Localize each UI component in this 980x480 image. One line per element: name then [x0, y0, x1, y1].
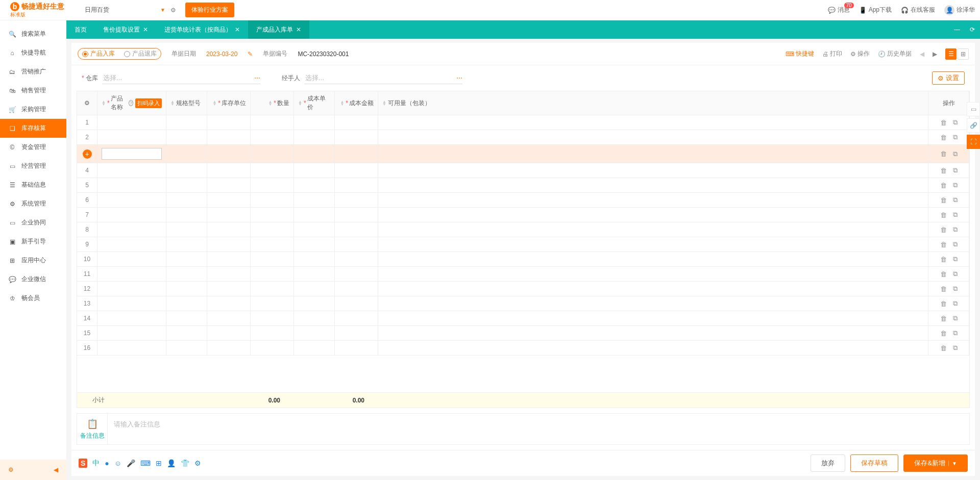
copy-icon[interactable]: ⧉	[953, 329, 958, 337]
history-button[interactable]: 🕘 历史单据	[878, 49, 912, 58]
cell-avail[interactable]	[378, 267, 928, 281]
cell-price[interactable]	[294, 208, 335, 222]
cell-avail[interactable]	[378, 115, 928, 130]
table-row[interactable]: 1🗑⧉	[77, 115, 969, 130]
copy-icon[interactable]: ⧉	[953, 255, 958, 263]
cell-amount[interactable]	[335, 130, 378, 144]
warehouse-more-button[interactable]: ⋯	[254, 74, 261, 82]
copy-icon[interactable]: ⧉	[953, 211, 958, 219]
sidebar-item[interactable]: ❏库存核算	[0, 119, 66, 138]
cell-price[interactable]	[294, 115, 335, 130]
table-row[interactable]: 12🗑⧉	[77, 282, 969, 296]
messages-button[interactable]: 💬 消息 70	[828, 6, 850, 14]
close-icon[interactable]: ✕	[235, 26, 240, 33]
cell-amount[interactable]	[335, 296, 378, 311]
tab[interactable]: 首页	[66, 20, 95, 39]
remarks-input[interactable]	[108, 414, 969, 444]
trash-icon[interactable]: 🗑	[940, 150, 947, 158]
copy-icon[interactable]: ⧉	[953, 196, 958, 204]
cell-qty[interactable]	[251, 296, 294, 311]
cell-spec[interactable]	[166, 208, 207, 222]
tryout-button[interactable]: 体验行业方案	[185, 3, 234, 17]
copy-icon[interactable]: ⧉	[953, 225, 958, 234]
radio-product-in[interactable]: 产品入库	[79, 49, 118, 59]
table-row[interactable]: 4🗑⧉	[77, 163, 969, 178]
cell-avail[interactable]	[378, 341, 928, 355]
shortcut-button[interactable]: ⌨ 快捷键	[786, 49, 814, 58]
cell-qty[interactable]	[251, 311, 294, 325]
copy-icon[interactable]: ⧉	[953, 299, 958, 308]
cell-unit[interactable]	[207, 311, 251, 325]
cell-price[interactable]	[294, 145, 335, 163]
cell-spec[interactable]	[166, 326, 207, 340]
copy-icon[interactable]: ⧉	[953, 150, 958, 158]
cell-price[interactable]	[294, 237, 335, 251]
cell-spec[interactable]	[166, 267, 207, 281]
sidebar-item[interactable]: ©资金管理	[0, 138, 66, 157]
cell-avail[interactable]	[378, 130, 928, 144]
cell-amount[interactable]	[335, 282, 378, 296]
trash-icon[interactable]: 🗑	[940, 330, 947, 337]
cell-price[interactable]	[294, 193, 335, 207]
warehouse-input[interactable]	[102, 72, 260, 84]
trash-icon[interactable]: 🗑	[940, 211, 947, 219]
sidebar-item[interactable]: ⌂快捷导航	[0, 43, 66, 62]
trash-icon[interactable]: 🗑	[940, 344, 947, 352]
cell-avail[interactable]	[378, 193, 928, 207]
cell-unit[interactable]	[207, 252, 251, 266]
trash-icon[interactable]: 🗑	[940, 300, 947, 308]
cell-spec[interactable]	[166, 163, 207, 178]
cell-spec[interactable]	[166, 237, 207, 251]
cell-spec[interactable]	[166, 115, 207, 130]
copy-icon[interactable]: ⧉	[953, 118, 958, 127]
cell-qty[interactable]	[251, 163, 294, 178]
table-row[interactable]: +🗑⧉	[77, 145, 969, 163]
row-add[interactable]: +	[77, 145, 97, 163]
cell-name[interactable]	[97, 222, 166, 237]
cell-unit[interactable]	[207, 193, 251, 207]
cell-unit[interactable]	[207, 341, 251, 355]
cell-avail[interactable]	[378, 178, 928, 192]
table-row[interactable]: 13🗑⧉	[77, 296, 969, 311]
cell-unit[interactable]	[207, 326, 251, 340]
header-unit[interactable]: ▲▼ * 库存单位	[207, 91, 251, 115]
cell-avail[interactable]	[378, 311, 928, 325]
operate-button[interactable]: ⚙ 操作	[850, 49, 870, 58]
cell-unit[interactable]	[207, 267, 251, 281]
sidebar-item[interactable]: 🛒采购管理	[0, 100, 66, 119]
cell-price[interactable]	[294, 341, 335, 355]
tab-refresh-button[interactable]: ⟳	[965, 26, 980, 33]
next-record-button[interactable]: ▶	[933, 50, 937, 58]
cell-amount[interactable]	[335, 193, 378, 207]
cell-price[interactable]	[294, 296, 335, 311]
cell-amount[interactable]	[335, 145, 378, 163]
view-grid-button[interactable]: ⊞	[958, 48, 969, 60]
sidebar-item[interactable]: 🛍销售管理	[0, 81, 66, 100]
cell-qty[interactable]	[251, 326, 294, 340]
prev-record-button[interactable]: ◀	[920, 50, 924, 58]
cell-qty[interactable]	[251, 145, 294, 163]
rail-link-icon[interactable]: 🔗	[967, 118, 980, 133]
cell-qty[interactable]	[251, 130, 294, 144]
help-icon[interactable]: ?	[129, 100, 133, 106]
cell-amount[interactable]	[335, 178, 378, 192]
cell-name[interactable]	[97, 267, 166, 281]
category-select[interactable]: 日用百货 ▼	[85, 6, 165, 14]
table-row[interactable]: 11🗑⧉	[77, 267, 969, 282]
sidebar-item[interactable]: 🔍搜索菜单	[0, 24, 66, 43]
user-menu[interactable]: 👤 徐泽华	[944, 5, 975, 15]
cell-name[interactable]	[97, 145, 166, 163]
handler-input[interactable]	[304, 72, 462, 84]
cell-amount[interactable]	[335, 267, 378, 281]
copy-icon[interactable]: ⧉	[953, 314, 958, 322]
tab[interactable]: 产成品入库单✕	[248, 20, 309, 39]
cell-qty[interactable]	[251, 282, 294, 296]
cell-price[interactable]	[294, 267, 335, 281]
trash-icon[interactable]: 🗑	[940, 270, 947, 278]
cell-unit[interactable]	[207, 237, 251, 251]
cell-avail[interactable]	[378, 296, 928, 311]
sidebar-item[interactable]: ⚙系统管理	[0, 194, 66, 213]
cell-unit[interactable]	[207, 282, 251, 296]
header-name[interactable]: ▲▼ * 产品名称 ? 扫码录入	[97, 91, 166, 115]
table-row[interactable]: 2🗑⧉	[77, 130, 969, 145]
